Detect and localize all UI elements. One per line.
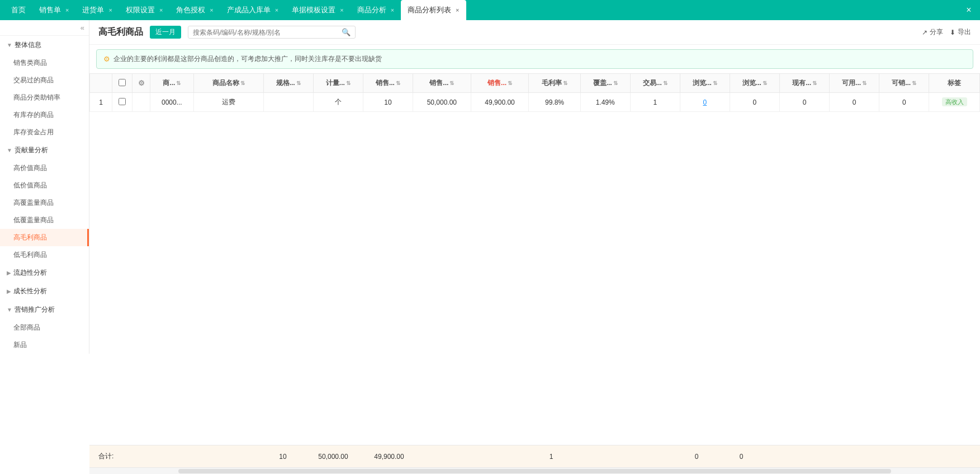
sidebar-item-sales-goods[interactable]: 销售类商品 [0, 54, 89, 72]
header-actions: ↗ 分享 ⬇ 导出 [922, 27, 971, 37]
col-sales-qty: 销售...⇅ [363, 74, 413, 93]
sidebar-group-contribution[interactable]: ▼ 贡献量分析 [0, 141, 89, 159]
nav-sales-order[interactable]: 销售单 × [32, 0, 75, 20]
horizontal-scrollbar[interactable] [89, 467, 980, 474]
cell-sales-amount: 50,000.00 [413, 93, 471, 112]
footer-label: 合计: [98, 452, 261, 461]
footer-sales-profit: 49,900.00 [361, 453, 417, 461]
col-transaction: 交易...⇅ [630, 74, 680, 93]
footer-transaction: 1 [529, 453, 574, 461]
chevron-right-icon-2: ▶ [7, 288, 11, 294]
col-code: 商...⇅ [150, 74, 194, 93]
share-button[interactable]: ↗ 分享 [922, 27, 943, 37]
nav-product-analysis[interactable]: 商品分析 × [351, 0, 401, 20]
sidebar-group-overall[interactable]: ▼ 整体信息 [0, 36, 89, 54]
sidebar-item-in-stock-goods[interactable]: 有库存的商品 [0, 106, 89, 124]
col-coverage: 覆盖...⇅ [580, 74, 630, 93]
date-range-btn[interactable]: 近一月 [150, 26, 181, 39]
sidebar-group-contribution-items: 高价值商品 低价值商品 高覆盖量商品 低覆盖量商品 高毛利商品 低毛利商品 [0, 159, 89, 264]
page-title: 高毛利商品 [98, 26, 143, 38]
col-index [90, 74, 112, 93]
sidebar-group-overall-items: 销售类商品 交易过的商品 商品分类助销率 有库存的商品 库存资金占用 [0, 54, 89, 141]
nav-home[interactable]: 首页 [4, 0, 32, 20]
cell-browse1[interactable]: 0 [680, 93, 730, 112]
cell-available: 0 [830, 93, 879, 112]
col-unit: 计量...⇅ [313, 74, 363, 93]
col-checkbox[interactable] [112, 74, 132, 93]
select-all-checkbox[interactable] [119, 79, 126, 86]
col-sales-profit: 销售...⇅ [471, 74, 529, 93]
cell-sales-profit: 49,900.00 [471, 93, 529, 112]
search-box: 🔍 [188, 26, 356, 39]
nav-close-template[interactable]: × [340, 0, 343, 20]
sidebar-item-high-margin[interactable]: 高毛利商品 [0, 229, 89, 246]
table-container[interactable]: ⚙ 商...⇅ 商品名称⇅ 规格...⇅ 计量...⇅ 销售...⇅ 销售...… [89, 73, 980, 445]
cell-unit: 个 [313, 93, 363, 112]
sidebar-item-low-coverage[interactable]: 低覆盖量商品 [0, 212, 89, 229]
col-saleable: 可销...⇅ [879, 74, 929, 93]
table-row: 1 0000... 运费 个 10 50,000.00 49,900.00 99… [90, 93, 980, 112]
sidebar-group-trend[interactable]: ▶ 流趋性分析 [0, 264, 89, 282]
nav-product-inbound[interactable]: 产成品入库单 × [220, 0, 285, 20]
sidebar-item-high-coverage[interactable]: 高覆盖量商品 [0, 194, 89, 212]
cell-checkbox[interactable] [112, 93, 132, 112]
nav-close-role[interactable]: × [210, 0, 213, 20]
window-close-button[interactable]: × [962, 3, 976, 17]
sidebar-item-high-value[interactable]: 高价值商品 [0, 159, 89, 177]
nav-close-permission[interactable]: × [159, 0, 163, 20]
column-settings-icon[interactable]: ⚙ [138, 79, 145, 87]
search-input[interactable] [193, 29, 338, 36]
cell-transaction: 1 [630, 93, 680, 112]
main-layout: « ▼ 整体信息 销售类商品 交易过的商品 商品分类助销率 有库存的商品 库存资… [0, 20, 980, 474]
row-checkbox[interactable] [119, 98, 126, 105]
tip-bar: ⚙ 企业的主要的利润都是这部分商品创造的，可考虑加大推广，同时关注库存是不要出现… [96, 49, 973, 69]
sidebar-collapse-btn[interactable]: « [81, 24, 84, 32]
nav-purchase-order[interactable]: 进货单 × [75, 0, 119, 20]
sidebar-item-traded-goods[interactable]: 交易过的商品 [0, 72, 89, 89]
sidebar-group-marketing[interactable]: ▼ 营销推广分析 [0, 301, 89, 319]
sidebar-wrapper: « ▼ 整体信息 销售类商品 交易过的商品 商品分类助销率 有库存的商品 库存资… [0, 20, 89, 474]
sidebar-item-category-rate[interactable]: 商品分类助销率 [0, 89, 89, 106]
sidebar-item-new-goods[interactable]: 新品 [0, 336, 89, 354]
sidebar-group-growth[interactable]: ▶ 成长性分析 [0, 282, 89, 301]
cell-gross-rate: 99.8% [529, 93, 580, 112]
nav-analysis-list[interactable]: 商品分析列表 × [401, 0, 466, 20]
footer-total: 合计: 10 50,000.00 49,900.00 1 0 0 [89, 445, 980, 467]
cell-index: 1 [90, 93, 112, 112]
table-body: 1 0000... 运费 个 10 50,000.00 49,900.00 99… [90, 93, 980, 112]
search-icon[interactable]: 🔍 [342, 28, 351, 36]
col-available: 可用...⇅ [830, 74, 879, 93]
sidebar-item-low-value[interactable]: 低价值商品 [0, 177, 89, 194]
cell-spec [263, 93, 313, 112]
table-header-row: ⚙ 商...⇅ 商品名称⇅ 规格...⇅ 计量...⇅ 销售...⇅ 销售...… [90, 74, 980, 93]
sidebar-item-stock-capital[interactable]: 库存资金占用 [0, 124, 89, 141]
nav-template-settings[interactable]: 单据模板设置 × [285, 0, 350, 20]
nav-close-purchase[interactable]: × [108, 0, 112, 20]
nav-role-auth[interactable]: 角色授权 × [169, 0, 220, 20]
chevron-down-icon: ▼ [7, 42, 12, 48]
col-tag: 标签 [929, 74, 980, 93]
chevron-down-icon-3: ▼ [7, 307, 12, 313]
cell-code: 0000... [150, 93, 194, 112]
nav-permission-settings[interactable]: 权限设置 × [119, 0, 169, 20]
chevron-down-icon-2: ▼ [7, 147, 12, 153]
col-settings[interactable]: ⚙ [132, 74, 150, 93]
nav-close-inbound[interactable]: × [275, 0, 278, 20]
cell-settings [132, 93, 150, 112]
nav-close-analysis-list[interactable]: × [456, 0, 459, 20]
cell-tag: 高收入 [929, 93, 980, 112]
sidebar-group-marketing-items: 全部商品 新品 [0, 319, 89, 354]
sidebar-item-low-margin[interactable]: 低毛利商品 [0, 246, 89, 264]
sidebar: « ▼ 整体信息 销售类商品 交易过的商品 商品分类助销率 有库存的商品 库存资… [0, 20, 89, 354]
footer-current-stock: 0 [674, 453, 719, 461]
sidebar-item-all-goods[interactable]: 全部商品 [0, 319, 89, 336]
tip-text: 企业的主要的利润都是这部分商品创造的，可考虑加大推广，同时关注库存是不要出现缺货 [113, 54, 382, 64]
top-navigation: 首页 销售单 × 进货单 × 权限设置 × 角色授权 × 产成品入库单 × 单据… [0, 0, 980, 20]
footer-sales-amount: 50,000.00 [305, 453, 361, 461]
export-button[interactable]: ⬇ 导出 [950, 27, 971, 37]
cell-browse2: 0 [730, 93, 779, 112]
col-name: 商品名称⇅ [193, 74, 263, 93]
nav-close-analysis[interactable]: × [391, 0, 394, 20]
data-table: ⚙ 商...⇅ 商品名称⇅ 规格...⇅ 计量...⇅ 销售...⇅ 销售...… [89, 73, 980, 112]
nav-close-sales[interactable]: × [65, 0, 69, 20]
